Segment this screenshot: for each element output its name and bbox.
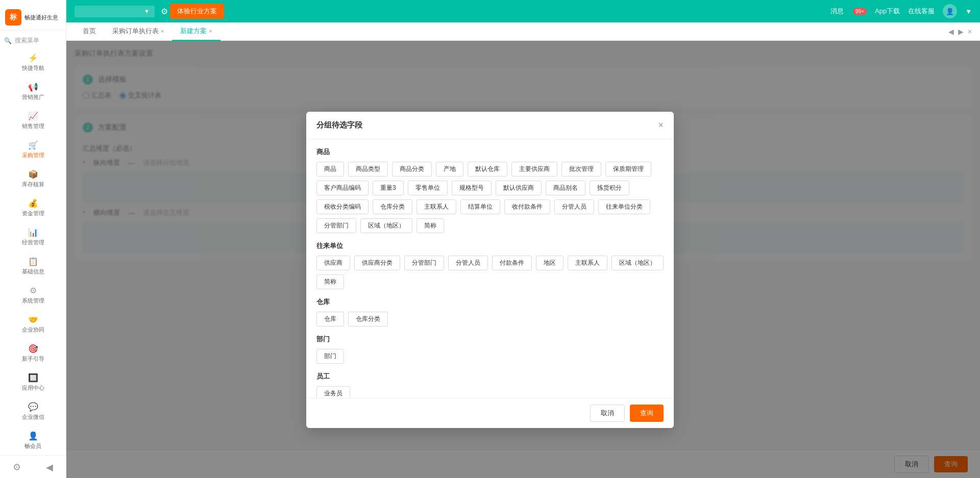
- field-tag[interactable]: 仓库分类: [348, 312, 388, 326]
- field-tag[interactable]: 分管人员: [448, 256, 488, 270]
- modal-body: 商品 商品商品类型商品分类产地默认仓库主要供应商批次管理保质期管理客户商品编码重…: [306, 139, 674, 398]
- main-content: ▼ ⚙ 体验行业方案 消息99+ App下载 在线客服 👤 ▼ 首页 采购订单执…: [66, 0, 980, 478]
- tab-new-plan-label: 新建方案: [180, 27, 207, 36]
- sidebar-item-operation[interactable]: 📊 经营管理: [0, 222, 66, 251]
- field-tag[interactable]: 部门: [316, 349, 344, 364]
- section-partner-title: 往来单位: [316, 241, 664, 250]
- field-tag[interactable]: 仓库分类: [373, 199, 412, 214]
- online-service-link[interactable]: 在线客服: [908, 7, 935, 16]
- tab-new-plan[interactable]: 新建方案 ×: [172, 22, 220, 41]
- field-tag[interactable]: 保质期管理: [605, 162, 651, 177]
- field-tag[interactable]: 供应商: [316, 256, 350, 270]
- sidebar-item-purchase[interactable]: 🛒 采购管理: [0, 135, 66, 164]
- sidebar-item-label: 畅会员: [24, 442, 41, 450]
- app-download-link[interactable]: App下载: [875, 7, 900, 16]
- field-tag[interactable]: 付款条件: [492, 256, 532, 270]
- tab-purchase-list-close[interactable]: ×: [161, 28, 164, 34]
- sidebar-item-label: 销售管理: [22, 122, 44, 130]
- sidebar-item-label: 基础信息: [22, 268, 44, 275]
- sidebar: 标 畅捷通好生意 🔍 搜索菜单 ⚡ 快捷导航 📢 营销推广 📈 销售管理 🛒 采…: [0, 0, 66, 478]
- field-tag[interactable]: 分管人员: [554, 199, 594, 214]
- field-tag[interactable]: 客户商品编码: [316, 181, 369, 195]
- modal-cancel-button[interactable]: 取消: [590, 405, 625, 422]
- marketing-icon: 📢: [28, 82, 38, 92]
- field-tag[interactable]: 拣货积分: [590, 181, 629, 195]
- settings-bottom-icon[interactable]: ⚙: [11, 460, 23, 475]
- logo-icon: 标: [5, 9, 21, 26]
- modal-confirm-button[interactable]: 查询: [630, 405, 664, 422]
- field-tag[interactable]: 收付款条件: [504, 199, 550, 214]
- field-tag[interactable]: 供应商分类: [354, 256, 400, 270]
- notification-label[interactable]: 消息: [830, 7, 844, 16]
- tab-new-plan-close[interactable]: ×: [209, 28, 212, 34]
- field-tag[interactable]: 区域（地区）: [611, 256, 664, 270]
- field-tag[interactable]: 税收分类编码: [316, 199, 369, 214]
- section-employee-fields: 业务员: [316, 386, 664, 398]
- field-tag[interactable]: 产地: [436, 162, 463, 177]
- sidebar-item-quick-nav[interactable]: ⚡ 快捷导航: [0, 48, 66, 77]
- topbar-search-wrap: ▼: [75, 6, 155, 17]
- field-tag[interactable]: 商品: [316, 162, 344, 177]
- field-tag[interactable]: 仓库: [316, 312, 344, 326]
- field-tag[interactable]: 简称: [416, 218, 444, 233]
- field-tag[interactable]: 主联系人: [416, 199, 456, 214]
- purchase-icon: 🛒: [28, 140, 38, 150]
- section-partner-fields: 供应商供应商分类分管部门分管人员付款条件地区主联系人区域（地区）简称: [316, 256, 664, 289]
- section-employee-title: 员工: [316, 372, 664, 381]
- sidebar-item-label: 系统管理: [22, 297, 44, 305]
- field-tag[interactable]: 业务员: [316, 386, 350, 398]
- tab-prev-icon[interactable]: ◀: [948, 28, 954, 36]
- sidebar-item-label: 企业协同: [22, 326, 44, 334]
- topbar-settings-icon[interactable]: ⚙: [161, 7, 168, 16]
- modal-close-button[interactable]: ×: [658, 120, 664, 131]
- sidebar-item-guide[interactable]: 🎯 新手引导: [0, 339, 66, 368]
- field-tag[interactable]: 分管部门: [316, 218, 356, 233]
- field-tag[interactable]: 默认供应商: [496, 181, 542, 195]
- sidebar-item-apps[interactable]: 🔲 应用中心: [0, 368, 66, 397]
- field-tag[interactable]: 地区: [536, 256, 564, 270]
- section-product-fields: 商品商品类型商品分类产地默认仓库主要供应商批次管理保质期管理客户商品编码重量3零…: [316, 162, 664, 233]
- field-tag[interactable]: 区域（地区）: [360, 218, 412, 233]
- field-tag[interactable]: 主联系人: [568, 256, 607, 270]
- topbar-dropdown-arrow[interactable]: ▼: [144, 8, 150, 14]
- tab-purchase-list[interactable]: 采购订单执行表 ×: [104, 22, 172, 41]
- field-tag[interactable]: 往来单位分类: [598, 199, 650, 214]
- experience-btn[interactable]: 体验行业方案: [170, 4, 224, 19]
- sidebar-item-label: 经营管理: [22, 239, 44, 246]
- inventory-icon: 📦: [28, 169, 38, 179]
- sidebar-item-inventory[interactable]: 📦 库存核算: [0, 164, 66, 193]
- sidebar-item-cooperation[interactable]: 🤝 企业协同: [0, 310, 66, 339]
- field-tag[interactable]: 默认仓库: [468, 162, 507, 177]
- field-tag[interactable]: 简称: [316, 274, 344, 289]
- sidebar-item-finance[interactable]: 💰 资金管理: [0, 193, 66, 222]
- tab-next-icon[interactable]: ▶: [958, 28, 964, 36]
- collapse-icon[interactable]: ◀: [44, 460, 55, 475]
- field-tag[interactable]: 商品分类: [392, 162, 432, 177]
- operation-icon: 📊: [28, 228, 38, 237]
- field-tag[interactable]: 商品别名: [546, 181, 585, 195]
- field-tag[interactable]: 批次管理: [561, 162, 601, 177]
- sidebar-item-label: 营销推广: [22, 93, 44, 101]
- sidebar-item-basic[interactable]: 📋 基础信息: [0, 251, 66, 281]
- search-menu[interactable]: 🔍 搜索菜单: [0, 33, 66, 48]
- field-tag[interactable]: 主要供应商: [511, 162, 557, 177]
- tab-home[interactable]: 首页: [75, 22, 104, 41]
- search-icon: 🔍: [4, 37, 12, 44]
- field-tag[interactable]: 结算单位: [460, 199, 500, 214]
- sidebar-item-label: 采购管理: [22, 152, 44, 159]
- modal-title: 分组待选字段: [316, 120, 362, 130]
- sidebar-item-system[interactable]: ⚙ 系统管理: [0, 281, 66, 310]
- field-tag[interactable]: 重量3: [373, 181, 404, 195]
- field-tag[interactable]: 分管部门: [404, 256, 444, 270]
- field-tag[interactable]: 零售单位: [408, 181, 448, 195]
- sidebar-item-member[interactable]: 👤 畅会员: [0, 426, 66, 455]
- user-avatar[interactable]: 👤: [943, 4, 957, 18]
- sidebar-item-marketing[interactable]: 📢 营销推广: [0, 77, 66, 106]
- sidebar-item-wechat[interactable]: 💬 企业微信: [0, 397, 66, 426]
- field-tag[interactable]: 商品类型: [348, 162, 388, 177]
- sidebar-item-sales[interactable]: 📈 销售管理: [0, 106, 66, 135]
- user-menu-arrow[interactable]: ▼: [965, 8, 972, 15]
- topbar-search-input[interactable]: [80, 8, 141, 15]
- tab-close-all-icon[interactable]: ×: [968, 28, 972, 36]
- field-tag[interactable]: 规格型号: [452, 181, 492, 195]
